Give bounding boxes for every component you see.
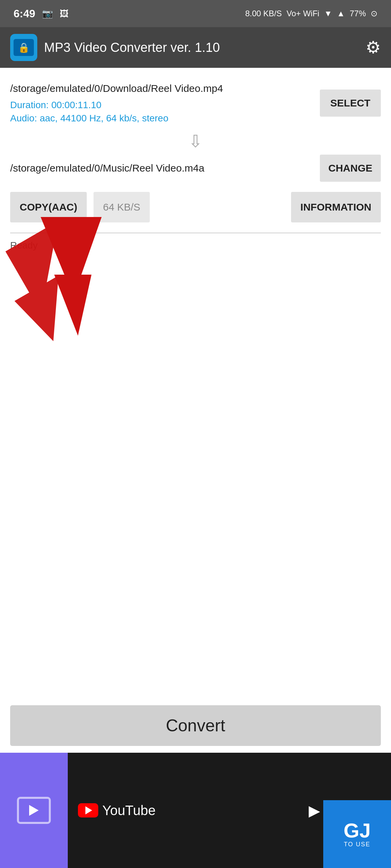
status-bar: 6:49 📷 🖼 8.00 KB/S Vo+ WiFi ▼ ▲ 77% ⊙ bbox=[0, 0, 391, 27]
thumbnail-app[interactable] bbox=[0, 753, 68, 868]
youtube-logo: YouTube bbox=[78, 803, 156, 818]
status-time: 6:49 bbox=[14, 7, 35, 20]
battery-icon: ⊙ bbox=[371, 9, 377, 18]
youtube-label: YouTube bbox=[102, 803, 156, 818]
main-content: /storage/emulated/0/Download/Reel Video.… bbox=[0, 68, 391, 261]
thumbnail-play-icon bbox=[17, 797, 51, 824]
youtube-play-ctrl-icon[interactable]: ▶ bbox=[309, 802, 320, 819]
app-bar: 🔒 MP3 Video Converter ver. 1.10 ⚙ bbox=[0, 27, 391, 68]
source-file-path: /storage/emulated/0/Download/Reel Video.… bbox=[10, 81, 313, 96]
source-file-row: /storage/emulated/0/Download/Reel Video.… bbox=[10, 81, 381, 125]
copy-aac-button[interactable]: COPY(AAC) bbox=[10, 192, 87, 222]
status-text: Ready bbox=[10, 240, 381, 251]
convert-button[interactable]: Convert bbox=[10, 705, 381, 746]
source-file-info: /storage/emulated/0/Download/Reel Video.… bbox=[10, 81, 313, 125]
convert-bar: Convert bbox=[0, 705, 391, 746]
app-title: MP3 Video Converter ver. 1.10 bbox=[44, 40, 220, 55]
bottom-bar: YouTube ▶ 🔍 ⋮ GJ TO USE bbox=[0, 753, 391, 868]
speed-indicator: 8.00 KB/S bbox=[245, 9, 282, 18]
source-file-audio: Audio: aac, 44100 Hz, 64 kb/s, stereo bbox=[10, 112, 313, 125]
wifi-icon: ▼ bbox=[324, 9, 332, 18]
arrow-down-icon: ⇩ bbox=[188, 132, 203, 151]
empty-area bbox=[0, 261, 391, 553]
play-triangle bbox=[29, 805, 39, 816]
select-button[interactable]: SELECT bbox=[320, 90, 381, 117]
gj-subtext: TO USE bbox=[344, 841, 371, 848]
divider bbox=[10, 233, 381, 233]
youtube-play-icon bbox=[85, 806, 92, 814]
bitrate-button[interactable]: 64 KB/S bbox=[94, 192, 150, 222]
action-buttons-row: COPY(AAC) 64 KB/S INFORMATION bbox=[10, 192, 381, 222]
youtube-icon bbox=[78, 803, 98, 817]
dest-file-path: /storage/emulated/0/Music/Reel Video.m4a bbox=[10, 161, 313, 175]
app-icon: 🔒 bbox=[10, 34, 37, 61]
gj-logo: GJ TO USE bbox=[323, 800, 391, 868]
change-button[interactable]: CHANGE bbox=[320, 155, 381, 182]
information-button[interactable]: INFORMATION bbox=[291, 192, 381, 222]
battery-indicator: 77% bbox=[350, 9, 366, 18]
image-icon: 🖼 bbox=[60, 8, 68, 19]
network-indicator: Vo+ WiFi bbox=[287, 9, 320, 18]
camera-icon: 📷 bbox=[42, 8, 53, 19]
source-file-duration: Duration: 00:00:11.10 bbox=[10, 98, 313, 112]
signal-icon: ▲ bbox=[337, 9, 345, 18]
settings-icon[interactable]: ⚙ bbox=[366, 38, 381, 57]
dest-file-row: /storage/emulated/0/Music/Reel Video.m4a… bbox=[10, 155, 381, 182]
gj-text: GJ bbox=[344, 821, 371, 841]
arrow-down-container: ⇩ bbox=[10, 132, 381, 151]
